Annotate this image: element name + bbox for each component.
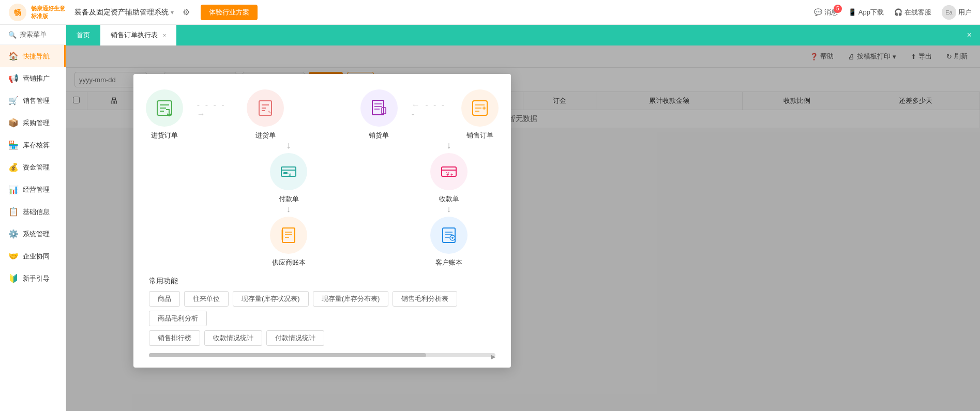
func-btn-goods[interactable]: 商品: [149, 291, 180, 307]
sidebar-item-system[interactable]: ⚙️ 系统管理: [0, 223, 66, 245]
search-menu[interactable]: 🔍 搜索菜单: [0, 25, 66, 45]
h-arrow-2: ← - - - -: [408, 100, 451, 119]
store-icon: 🏪: [8, 140, 19, 150]
func-btn-stock-dist[interactable]: 现存量(库存分布表): [313, 291, 389, 307]
tab-sales-order[interactable]: 销售订单执行表 ×: [100, 25, 176, 45]
modal-scrollbar[interactable]: ▶: [149, 353, 495, 357]
modal-overlay[interactable]: 进货订单 - - - - → ✎: [66, 45, 980, 411]
flow-node-sale-bill[interactable]: 销货单: [351, 89, 408, 140]
v-arrow-purchase: ↓: [255, 140, 322, 151]
chart-icon: 📊: [8, 185, 19, 194]
purchase-bill-circle: ✎: [247, 89, 284, 127]
message-badge: 5: [834, 5, 842, 13]
flow-node-sale-order[interactable]: 销售订单: [451, 89, 508, 140]
receipt-circle: ¥+: [430, 153, 468, 190]
flow-row-3: 供应商账本 客户账本: [152, 217, 493, 267]
sidebar-item-inventory[interactable]: 🏪 库存核算: [0, 134, 66, 156]
system-title: 装备及固定资产辅助管理系统: [74, 8, 169, 17]
scrollbar-right-arrow[interactable]: ▶: [491, 353, 495, 360]
sale-order-label: 销售订单: [466, 131, 493, 140]
flow-node-purchase-order[interactable]: 进货订单: [136, 89, 193, 140]
download-icon: 📱: [848, 8, 856, 16]
func-btn-receipt-stats[interactable]: 收款情况统计: [204, 330, 262, 346]
logo-text: 畅康通好生意 标准版: [31, 5, 65, 20]
sidebar-item-purchase[interactable]: 📦 采购管理: [0, 112, 66, 134]
sidebar-item-business[interactable]: 📊 经营管理: [0, 178, 66, 201]
common-func-title: 常用功能: [149, 277, 495, 286]
down-arrow-sale-icon: ↓: [447, 140, 451, 151]
top-bar: 畅 畅康通好生意 标准版 装备及固定资产辅助管理系统 ▾ ⚙ 体验行业方案 💬 …: [0, 0, 980, 25]
flow-node-supplier-account[interactable]: 供应商账本: [255, 217, 322, 267]
svg-text:+: +: [450, 172, 453, 177]
sidebar-item-collab[interactable]: 🤝 企业协同: [0, 245, 66, 267]
svg-rect-32: [282, 228, 295, 242]
page-content: ❓ 帮助 🖨 按模板打印 ▾ ⬆ 导出 ↻: [66, 45, 980, 411]
trial-button[interactable]: 体验行业方案: [201, 5, 258, 20]
dropdown-arrow-icon[interactable]: ▾: [171, 9, 174, 16]
sale-bill-circle: [360, 89, 398, 127]
app-wrapper: 畅 畅康通好生意 标准版 装备及固定资产辅助管理系统 ▾ ⚙ 体验行业方案 💬 …: [0, 0, 980, 411]
func-btns-row2: 销售排行榜 收款情况统计 付款情况统计: [149, 330, 495, 346]
sidebar-item-sales[interactable]: 🛒 销售管理: [0, 89, 66, 112]
flow-v-arrow-row-1: ↓ ↓: [152, 140, 493, 151]
guide-icon: 🔰: [8, 273, 19, 283]
money-icon: 💰: [8, 162, 19, 172]
purchase-bill-label: 进货单: [255, 131, 276, 140]
sidebar-item-newbie[interactable]: 🔰 新手引导: [0, 267, 66, 290]
tab-close-icon[interactable]: ×: [163, 32, 166, 38]
sidebar-item-finance[interactable]: 💰 资金管理: [0, 156, 66, 178]
logo-icon: 畅: [8, 3, 27, 22]
h-arrow-1: - - - - →: [193, 100, 237, 119]
payment-circle: ¥: [270, 153, 307, 190]
box-icon: 📦: [8, 118, 19, 128]
clipboard-icon: 📋: [8, 207, 19, 217]
supplier-account-label: 供应商账本: [272, 258, 306, 267]
modal-scrollbar-thumb[interactable]: [149, 353, 426, 357]
svg-rect-36: [281, 230, 283, 240]
user-profile-button[interactable]: Ea 用户: [942, 5, 972, 20]
customer-account-label: 客户账本: [435, 258, 462, 267]
main-area: 🔍 搜索菜单 🏠 快捷导航 📢 营销推广 🛒 销售管理 📦 采购管理 🏪: [0, 25, 980, 411]
func-btn-stock-status[interactable]: 现存量(库存状况表): [233, 291, 309, 307]
tab-bar: 首页 销售订单执行表 × ×: [66, 25, 980, 45]
sale-order-circle: [461, 89, 499, 127]
payment-label: 付款单: [279, 194, 299, 204]
gear-button[interactable]: ⚙: [178, 4, 194, 21]
func-btn-payment-stats[interactable]: 付款情况统计: [266, 330, 324, 346]
svg-text:¥: ¥: [446, 172, 449, 177]
func-btn-goods-profit[interactable]: 商品毛利分析: [149, 311, 207, 326]
top-right: 💬 消息 5 📱 App下载 🎧 在线客服 Ea 用户: [814, 5, 972, 20]
flow-node-receipt[interactable]: ¥+ 收款单: [415, 153, 483, 204]
down-arrow-purchase-icon: ↓: [287, 140, 291, 151]
v-arrow-sale: ↓: [415, 140, 483, 151]
search-icon: 🔍: [8, 31, 17, 39]
close-content-button[interactable]: ×: [967, 31, 972, 40]
svg-text:畅: 畅: [14, 8, 21, 17]
svg-rect-26: [283, 172, 288, 174]
flow-node-purchase-bill[interactable]: ✎ 进货单: [237, 89, 294, 140]
func-btn-sales-rank[interactable]: 销售排行榜: [149, 330, 200, 346]
sidebar-item-quick-nav[interactable]: 🏠 快捷导航: [0, 45, 66, 67]
app-download-button[interactable]: 📱 App下载: [848, 8, 884, 17]
tab-home[interactable]: 首页: [66, 25, 100, 45]
avatar: Ea: [942, 5, 956, 20]
flow-row-1: 进货订单 - - - - → ✎: [126, 89, 519, 140]
flow-node-customer-account[interactable]: 客户账本: [415, 217, 483, 267]
customer-account-circle: [430, 217, 468, 254]
flow-v-arrow-row-2: ↓ ↓: [152, 204, 493, 215]
receipt-label: 收款单: [439, 194, 459, 204]
func-btns-row1: 商品 往来单位 现存量(库存状况表) 现存量(库存分布表) 销售毛利分析表 商品…: [149, 291, 495, 326]
home-icon: 🏠: [8, 51, 19, 61]
down-arrow-receipt-icon: ↓: [447, 204, 451, 215]
sidebar-item-marketing[interactable]: 📢 营销推广: [0, 67, 66, 89]
v-arrow-payment: ↓: [255, 204, 322, 215]
online-service-button[interactable]: 🎧 在线客服: [894, 8, 931, 17]
message-button[interactable]: 💬 消息 5: [814, 8, 838, 17]
flow-area: 进货订单 - - - - → ✎: [149, 89, 495, 267]
func-btn-contacts[interactable]: 往来单位: [184, 291, 229, 307]
svg-text:✎: ✎: [268, 110, 272, 115]
down-arrow-payment-icon: ↓: [287, 204, 291, 215]
sidebar-item-base[interactable]: 📋 基础信息: [0, 201, 66, 223]
flow-node-payment[interactable]: ¥ 付款单: [255, 153, 322, 204]
func-btn-sales-profit[interactable]: 销售毛利分析表: [393, 291, 457, 307]
